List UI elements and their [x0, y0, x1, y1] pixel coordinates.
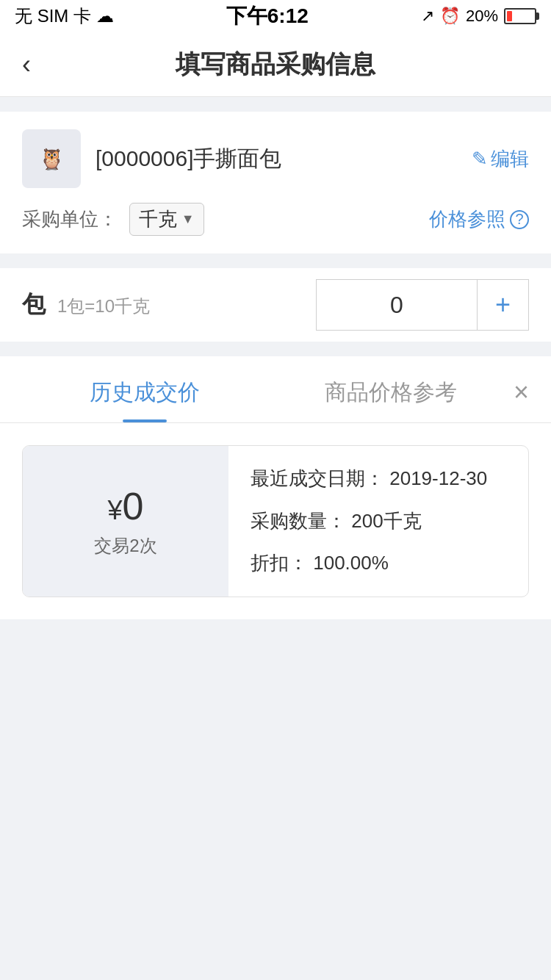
purchase-qty-value: 200千克 — [351, 510, 421, 532]
qty-input[interactable] — [316, 279, 478, 331]
discount-label: 折扣： — [251, 552, 308, 574]
product-left: 🦉 [0000006]手撕面包 — [22, 129, 281, 188]
tab-history[interactable]: 历史成交价 — [22, 357, 267, 422]
product-header: 🦉 [0000006]手撕面包 ✎ 编辑 — [22, 129, 529, 188]
product-row2: 采购单位： 千克 ▼ 价格参照 ? — [22, 203, 529, 236]
recent-date-value: 2019-12-30 — [389, 467, 487, 489]
recent-date-label: 最近成交日期： — [251, 467, 384, 489]
recent-date-row: 最近成交日期： 2019-12-30 — [251, 464, 506, 494]
signal-text: 无 SIM 卡 ☁ — [15, 4, 114, 28]
unit-value: 千克 — [139, 206, 177, 232]
back-button[interactable]: ‹ — [15, 42, 38, 87]
price-value: 0 — [123, 485, 144, 527]
product-section: 🦉 [0000006]手撕面包 ✎ 编辑 采购单位： 千克 ▼ 价格参照 ? — [0, 112, 551, 253]
battery-pct: 20% — [466, 7, 498, 26]
qty-convert: 1包=10千克 — [57, 295, 150, 318]
status-time: 下午6:12 — [226, 2, 309, 30]
product-thumbnail: 🦉 — [22, 129, 81, 188]
qty-input-group: + — [316, 279, 529, 331]
section-divider-1 — [0, 253, 551, 268]
location-icon: ↗ — [421, 7, 434, 26]
card-price-section: ¥0 交易2次 — [23, 446, 228, 597]
unit-dropdown-arrow: ▼ — [181, 212, 195, 227]
status-left: 无 SIM 卡 ☁ — [15, 4, 114, 28]
page-title: 填写商品采购信息 — [176, 48, 375, 82]
qty-plus-button[interactable]: + — [478, 279, 529, 331]
discount-row: 折扣： 100.00% — [251, 548, 506, 579]
qty-label-group: 包 1包=10千克 — [22, 289, 150, 321]
tabs-header: 历史成交价 商品价格参考 × — [0, 356, 551, 423]
purchase-qty-row: 采购数量： 200千克 — [251, 506, 506, 537]
nav-bar: ‹ 填写商品采购信息 — [0, 32, 551, 97]
card-price: ¥0 — [108, 484, 144, 528]
unit-select[interactable]: 千克 ▼ — [129, 203, 204, 236]
history-card: ¥0 交易2次 最近成交日期： 2019-12-30 采购数量： 200千克 折… — [22, 445, 529, 597]
price-ref-help-icon[interactable]: ? — [510, 210, 529, 229]
history-content: ¥0 交易2次 最近成交日期： 2019-12-30 采购数量： 200千克 折… — [0, 423, 551, 619]
qty-unit: 包 — [22, 289, 46, 321]
discount-value: 100.00% — [313, 552, 389, 574]
tab-reference[interactable]: 商品价格参考 — [267, 357, 513, 422]
battery-fill — [507, 11, 512, 21]
unit-group: 采购单位： 千克 ▼ — [22, 203, 204, 236]
quantity-section: 包 1包=10千克 + — [0, 268, 551, 342]
owl-icon: 🦉 — [39, 147, 65, 171]
edit-label: 编辑 — [491, 146, 529, 172]
tabs-section: 历史成交价 商品价格参考 × ¥0 交易2次 最近成交日期： 2019-12-3… — [0, 356, 551, 619]
edit-icon: ✎ — [472, 148, 488, 170]
price-ref-button[interactable]: 价格参照 ? — [429, 206, 529, 232]
close-button[interactable]: × — [514, 356, 529, 422]
card-detail-section: 最近成交日期： 2019-12-30 采购数量： 200千克 折扣： 100.0… — [228, 446, 528, 597]
purchase-qty-label: 采购数量： — [251, 510, 346, 532]
product-name: [0000006]手撕面包 — [96, 144, 281, 174]
battery-icon — [504, 8, 536, 24]
price-ref-label: 价格参照 — [429, 206, 505, 232]
status-right: ↗ ⏰ 20% — [421, 7, 536, 26]
price-symbol: ¥ — [108, 495, 123, 525]
trade-count: 交易2次 — [94, 534, 156, 558]
unit-label: 采购单位： — [22, 208, 118, 230]
status-bar: 无 SIM 卡 ☁ 下午6:12 ↗ ⏰ 20% — [0, 0, 551, 32]
alarm-icon: ⏰ — [440, 7, 460, 26]
edit-button[interactable]: ✎ 编辑 — [472, 146, 529, 172]
